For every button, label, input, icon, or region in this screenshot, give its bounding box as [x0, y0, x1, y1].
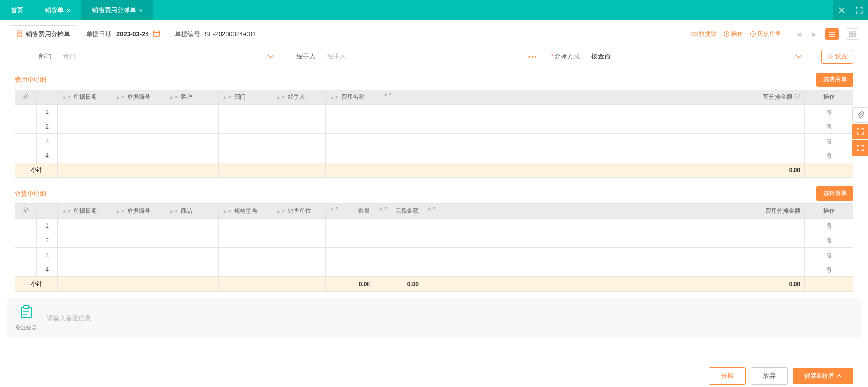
- col-op: 操作: [805, 204, 853, 219]
- col-date[interactable]: ▲▼单据日期: [58, 204, 111, 219]
- gear-icon[interactable]: [15, 204, 37, 219]
- delete-row-button[interactable]: [805, 119, 853, 134]
- col-allocamt[interactable]: ▲▼可分摊金额 ⓘ: [379, 90, 805, 105]
- subtotal-fee: 0.00: [423, 277, 805, 292]
- prev-doc-button[interactable]: ◀: [795, 31, 803, 37]
- window-controls: [833, 0, 868, 20]
- tab-sales-order[interactable]: 销货单×: [34, 0, 81, 20]
- row-checkbox-cell[interactable]: [15, 219, 37, 233]
- shortcut-link[interactable]: 快捷键: [691, 30, 717, 38]
- table-row[interactable]: 3: [15, 248, 853, 262]
- col-feename[interactable]: ▲▼费用名称: [326, 90, 379, 105]
- select-fee-order-button[interactable]: 选费用单: [816, 73, 853, 87]
- delete-row-button[interactable]: [805, 105, 853, 119]
- method-label: *分摊方式: [543, 52, 587, 61]
- delete-row-button[interactable]: [805, 262, 853, 277]
- col-product[interactable]: ▲▼商品: [165, 204, 219, 219]
- col-handler[interactable]: ▲▼经手人: [272, 90, 326, 105]
- svg-point-14: [24, 209, 27, 212]
- expand-button-2[interactable]: [852, 140, 868, 156]
- tab-home[interactable]: 首页: [0, 0, 34, 20]
- header-actions: 快捷键 操作 历史单据 ◀ ▶: [691, 28, 859, 40]
- next-doc-button[interactable]: ▶: [810, 31, 818, 37]
- handler-placeholder: 经手人: [327, 52, 346, 61]
- table-row[interactable]: 2: [15, 119, 853, 134]
- row-checkbox-cell[interactable]: [15, 134, 37, 148]
- row-checkbox-cell[interactable]: [15, 148, 37, 163]
- table-row[interactable]: 1: [15, 219, 853, 233]
- close-window-button[interactable]: [833, 0, 850, 20]
- calendar-icon[interactable]: [153, 30, 160, 38]
- doc-date-value[interactable]: 2023-03-24: [116, 30, 149, 37]
- svg-point-4: [694, 33, 695, 34]
- svg-rect-15: [21, 307, 31, 318]
- handler-label: 经手人: [278, 52, 322, 61]
- settings-button[interactable]: 设置: [821, 50, 853, 64]
- history-link[interactable]: 历史单据: [750, 30, 781, 38]
- row-number: 3: [37, 134, 58, 148]
- method-input[interactable]: 按金额: [587, 49, 807, 64]
- fee-subtotal-row: 小计 0.00: [15, 163, 853, 178]
- save-new-button[interactable]: 保存&新增: [793, 368, 853, 384]
- form-title-tab: 销售费用分摊单: [9, 25, 77, 42]
- dept-input[interactable]: 部门: [58, 49, 278, 64]
- attachment-button[interactable]: [852, 107, 868, 123]
- remark-input[interactable]: [47, 314, 852, 322]
- col-feealloc[interactable]: ▲▼费用分摊金额: [423, 204, 805, 219]
- help-icon[interactable]: ⓘ: [794, 93, 800, 100]
- allocate-button[interactable]: 分摊: [709, 367, 746, 385]
- expand-button[interactable]: [852, 124, 868, 139]
- delete-row-button[interactable]: [805, 134, 853, 148]
- row-checkbox-cell[interactable]: [15, 248, 37, 262]
- row-checkbox-cell[interactable]: [15, 119, 37, 134]
- sales-section-title: 销货单明细: [15, 189, 46, 198]
- side-toolbar: [852, 107, 868, 157]
- row-number: 4: [37, 148, 58, 163]
- row-checkbox-cell[interactable]: [15, 233, 37, 248]
- grid-view-button[interactable]: [846, 28, 859, 40]
- fullscreen-button[interactable]: [850, 0, 868, 20]
- document-icon: [16, 30, 23, 38]
- col-unit[interactable]: ▲▼销售单位: [272, 204, 326, 219]
- chevron-down-icon: [268, 53, 274, 60]
- list-view-button[interactable]: [825, 28, 839, 40]
- svg-point-3: [693, 33, 693, 34]
- row-checkbox-cell[interactable]: [15, 262, 37, 277]
- table-row[interactable]: 4: [15, 148, 853, 163]
- operate-link[interactable]: 操作: [723, 30, 743, 38]
- col-rownum: [37, 204, 58, 219]
- row-checkbox-cell[interactable]: [15, 105, 37, 119]
- col-notax[interactable]: ▲▼无税金额: [374, 204, 423, 219]
- header-fields: 单据日期 2023-03-24 单据编号 SF-20230324-001: [86, 30, 691, 38]
- delete-row-button[interactable]: [805, 148, 853, 163]
- close-icon[interactable]: ×: [139, 7, 143, 14]
- gear-icon[interactable]: [15, 90, 37, 105]
- doc-no-value: SF-20230324-001: [205, 30, 256, 37]
- col-date[interactable]: ▲▼单据日期: [58, 90, 111, 105]
- delete-row-button[interactable]: [805, 233, 853, 248]
- select-sales-order-button[interactable]: 选销货单: [816, 186, 853, 201]
- tab-fee-allocation[interactable]: 销售费用分摊单×: [81, 0, 154, 20]
- col-spec[interactable]: ▲▼规格型号: [219, 204, 272, 219]
- delete-row-button[interactable]: [805, 219, 853, 233]
- top-nav: 首页 销货单× 销售费用分摊单×: [0, 0, 868, 20]
- col-customer[interactable]: ▲▼客户: [165, 90, 219, 105]
- table-row[interactable]: 4: [15, 262, 853, 277]
- discard-button[interactable]: 放弃: [751, 367, 788, 385]
- col-op: 操作: [805, 90, 853, 105]
- table-row[interactable]: 2: [15, 233, 853, 248]
- col-qty[interactable]: ▲▼数量: [326, 204, 374, 219]
- row-number: 1: [37, 105, 58, 119]
- table-row[interactable]: 1: [15, 105, 853, 119]
- close-icon[interactable]: ×: [67, 7, 71, 14]
- tab-sales-label: 销货单: [45, 6, 64, 15]
- col-no[interactable]: ▲▼单据编号: [111, 90, 165, 105]
- handler-input[interactable]: 经手人 •••: [322, 49, 542, 64]
- col-dept[interactable]: ▲▼部门: [219, 90, 272, 105]
- delete-row-button[interactable]: [805, 248, 853, 262]
- doc-no-field: 单据编号 SF-20230324-001: [175, 30, 256, 38]
- col-no[interactable]: ▲▼单据编号: [111, 204, 165, 219]
- svg-point-5: [696, 33, 696, 34]
- doc-date-field: 单据日期 2023-03-24: [86, 30, 160, 38]
- table-row[interactable]: 3: [15, 134, 853, 148]
